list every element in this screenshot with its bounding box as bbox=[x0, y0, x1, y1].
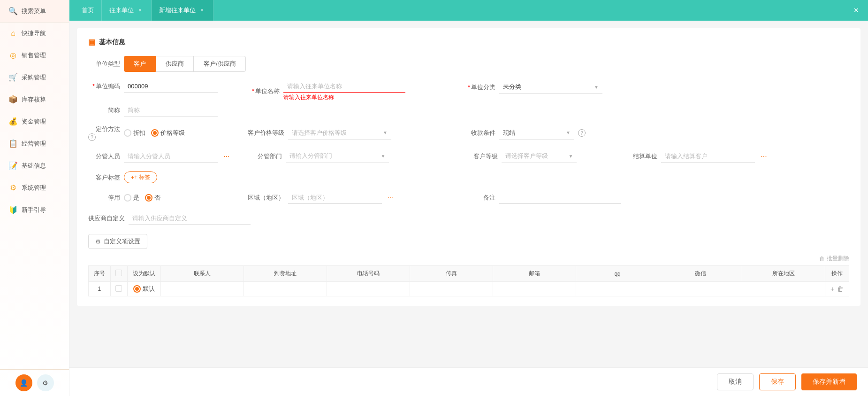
cell-phone[interactable] bbox=[327, 282, 410, 296]
unit-category-select[interactable]: 未分类 ▼ bbox=[499, 80, 602, 94]
abbreviation-input[interactable] bbox=[124, 104, 218, 116]
tab-home-label: 首页 bbox=[82, 6, 94, 15]
tab-contacts[interactable]: 往来单位 × bbox=[102, 0, 152, 21]
radio-no[interactable]: 否 bbox=[145, 194, 160, 202]
fax-input[interactable] bbox=[415, 286, 488, 292]
cell-region[interactable] bbox=[742, 282, 825, 296]
sidebar-item-basic-info[interactable]: 📝 基础信息 bbox=[0, 155, 69, 177]
cell-address[interactable] bbox=[244, 282, 327, 296]
radio-no-circle bbox=[145, 194, 152, 202]
add-row-button[interactable]: + bbox=[830, 285, 834, 293]
default-label: 默认 bbox=[143, 285, 155, 293]
delete-row-button[interactable]: 🗑 bbox=[837, 285, 844, 293]
department-select[interactable]: 请输入分管部门 ▼ bbox=[286, 149, 389, 163]
section-icon: ▣ bbox=[88, 38, 95, 47]
user-avatar[interactable]: 👤 bbox=[15, 374, 32, 391]
settlement-label: 结算单位 bbox=[625, 152, 657, 161]
cell-wechat[interactable] bbox=[659, 282, 742, 296]
contacts-table: 序号 设为默认 联系人 到货地址 电话号码 传真 邮箱 qq 微信 所在地区 操… bbox=[88, 265, 849, 296]
unit-type-both[interactable]: 客户/供应商 bbox=[194, 56, 246, 72]
cell-fax[interactable] bbox=[410, 282, 493, 296]
disabled-field: 停用 是 否 bbox=[88, 194, 229, 202]
col-seq: 序号 bbox=[89, 266, 111, 282]
sidebar-item-system[interactable]: ⚙ 系统管理 bbox=[0, 177, 69, 199]
customer-level-label: 客户等级 bbox=[466, 152, 498, 161]
wechat-input[interactable] bbox=[664, 286, 737, 292]
radio-yes[interactable]: 是 bbox=[124, 194, 139, 202]
sidebar-item-label: 销售管理 bbox=[22, 51, 46, 60]
col-checkbox bbox=[110, 266, 127, 282]
save-new-button[interactable]: 保存并新增 bbox=[801, 373, 857, 390]
close-all-tabs[interactable]: × bbox=[849, 6, 863, 16]
settlement-input[interactable] bbox=[661, 150, 755, 163]
manager-input[interactable] bbox=[124, 150, 218, 163]
price-level-dropdown-icon: ▼ bbox=[383, 130, 388, 135]
cell-actions: + 🗑 bbox=[825, 282, 849, 296]
sidebar-item-label: 采购管理 bbox=[22, 73, 46, 82]
col-phone: 电话号码 bbox=[327, 266, 410, 282]
region-input[interactable] bbox=[288, 192, 382, 204]
sidebar-item-finance[interactable]: 💰 资金管理 bbox=[0, 110, 69, 132]
default-radio[interactable]: 默认 bbox=[132, 285, 156, 293]
contact-input[interactable] bbox=[166, 286, 239, 292]
customer-level-select[interactable]: 请选择客户等级 ▼ bbox=[502, 149, 577, 163]
select-all-checkbox[interactable] bbox=[115, 270, 122, 276]
tab-new-contact-close[interactable]: × bbox=[198, 6, 206, 15]
cancel-button[interactable]: 取消 bbox=[717, 373, 754, 390]
supplier-custom-input[interactable] bbox=[129, 212, 251, 225]
cell-contact[interactable] bbox=[161, 282, 244, 296]
custom-settings-button[interactable]: ⚙ 自定义项设置 bbox=[88, 234, 147, 249]
sidebar-item-guide[interactable]: 🔰 新手引导 bbox=[0, 199, 69, 221]
radio-discount[interactable]: 折扣 bbox=[124, 129, 145, 137]
row-checkbox[interactable] bbox=[115, 285, 122, 292]
department-field: 分管部门 请输入分管部门 ▼ bbox=[250, 149, 447, 163]
add-tag-icon: + bbox=[131, 174, 134, 181]
sidebar-item-label: 库存核算 bbox=[22, 95, 46, 104]
sidebar-item-operations[interactable]: 📋 经营管理 bbox=[0, 132, 69, 155]
settlement-dots[interactable]: ··· bbox=[759, 152, 769, 161]
unit-code-input[interactable] bbox=[124, 80, 218, 93]
table-region-input[interactable] bbox=[747, 286, 820, 292]
sidebar-item-sales[interactable]: ◎ 销售管理 bbox=[0, 44, 69, 66]
tab-contacts-close[interactable]: × bbox=[137, 6, 144, 15]
customer-price-level-select[interactable]: 请选择客户价格等级 ▼ bbox=[288, 126, 391, 140]
col-wechat: 微信 bbox=[659, 266, 742, 282]
email-input[interactable] bbox=[498, 286, 571, 292]
cell-qq[interactable] bbox=[576, 282, 659, 296]
tab-home[interactable]: 首页 bbox=[74, 0, 102, 21]
save-button[interactable]: 保存 bbox=[759, 373, 796, 390]
sidebar-item-inventory[interactable]: 📦 库存核算 bbox=[0, 88, 69, 110]
sidebar-item-search[interactable]: 🔍 搜索菜单 bbox=[0, 0, 69, 23]
phone-input[interactable] bbox=[332, 286, 405, 292]
col-actions: 操作 bbox=[825, 266, 849, 282]
payment-terms-select[interactable]: 现结 ▼ bbox=[499, 126, 574, 140]
col-fax: 传真 bbox=[410, 266, 493, 282]
add-tag-button[interactable]: + + 标签 bbox=[124, 171, 157, 183]
radio-price-level[interactable]: 价格等级 bbox=[151, 129, 185, 137]
manager-dots[interactable]: ··· bbox=[221, 152, 231, 161]
remarks-input[interactable] bbox=[499, 192, 621, 204]
department-dropdown-icon: ▼ bbox=[381, 154, 385, 159]
remarks-field: 备注 bbox=[464, 192, 621, 204]
pricing-label: 定价方法 ? bbox=[88, 125, 120, 141]
unit-name-input[interactable] bbox=[283, 80, 405, 93]
basic-info-icon: 📝 bbox=[8, 161, 18, 170]
qq-input[interactable] bbox=[581, 286, 654, 292]
unit-type-label: 单位类型 bbox=[88, 60, 120, 68]
custom-settings-label: 自定义项设置 bbox=[104, 237, 140, 246]
pricing-help-icon[interactable]: ? bbox=[88, 133, 96, 141]
address-input[interactable] bbox=[249, 286, 322, 292]
sidebar-item-purchase[interactable]: 🛒 采购管理 bbox=[0, 66, 69, 88]
settings-button[interactable]: ⚙ bbox=[37, 374, 54, 391]
payment-help-icon[interactable]: ? bbox=[578, 129, 586, 137]
tab-new-contact[interactable]: 新增往来单位 × bbox=[152, 0, 213, 21]
sidebar-item-quick-nav[interactable]: ⌂ 快捷导航 bbox=[0, 23, 69, 44]
cell-email[interactable] bbox=[493, 282, 576, 296]
unit-type-supplier[interactable]: 供应商 bbox=[156, 56, 194, 72]
unit-type-customer[interactable]: 客户 bbox=[124, 56, 156, 72]
col-default: 设为默认 bbox=[127, 266, 160, 282]
page-content: ▣ 基本信息 单位类型 客户 供应商 客户/供应商 *单位编 bbox=[69, 21, 868, 367]
batch-delete-button[interactable]: 🗑 批量删除 bbox=[819, 255, 849, 263]
region-dots[interactable]: ··· bbox=[386, 194, 396, 202]
batch-delete-label: 批量删除 bbox=[827, 255, 849, 263]
